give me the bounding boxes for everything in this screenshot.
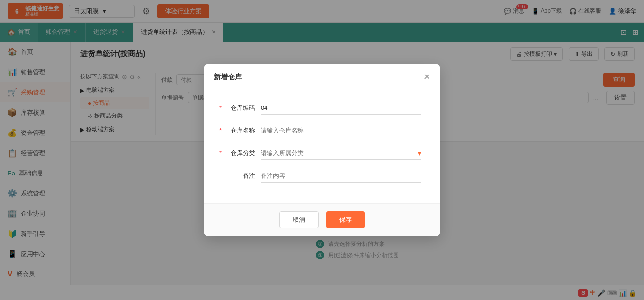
remark-input[interactable] — [261, 169, 421, 183]
dialog-body: 仓库编码 仓库名称 仓库分类 ▾ 备注 — [204, 90, 440, 203]
name-input[interactable] — [261, 124, 421, 137]
form-row-remark: 备注 — [223, 169, 421, 183]
form-row-name: 仓库名称 — [223, 124, 421, 137]
code-label: 仓库编码 — [223, 104, 261, 112]
remark-label: 备注 — [223, 172, 261, 180]
category-label: 仓库分类 — [223, 149, 261, 158]
add-warehouse-dialog: 新增仓库 ✕ 仓库编码 仓库名称 仓库分类 ▾ — [204, 64, 440, 236]
category-input[interactable] — [261, 147, 418, 159]
name-label: 仓库名称 — [223, 126, 261, 135]
dialog-close-button[interactable]: ✕ — [423, 72, 430, 82]
code-input[interactable] — [261, 101, 421, 115]
form-row-category: 仓库分类 ▾ — [223, 147, 421, 160]
modal-overlay: 新增仓库 ✕ 仓库编码 仓库名称 仓库分类 ▾ — [0, 0, 644, 300]
save-button[interactable]: 保存 — [326, 211, 365, 228]
category-select-wrapper: ▾ — [261, 147, 421, 160]
form-row-code: 仓库编码 — [223, 101, 421, 115]
cancel-button[interactable]: 取消 — [279, 211, 319, 228]
dialog-header: 新增仓库 ✕ — [204, 64, 440, 90]
dialog-footer: 取消 保存 — [204, 203, 440, 236]
dialog-title: 新增仓库 — [214, 73, 242, 82]
category-dropdown-icon[interactable]: ▾ — [418, 150, 421, 157]
